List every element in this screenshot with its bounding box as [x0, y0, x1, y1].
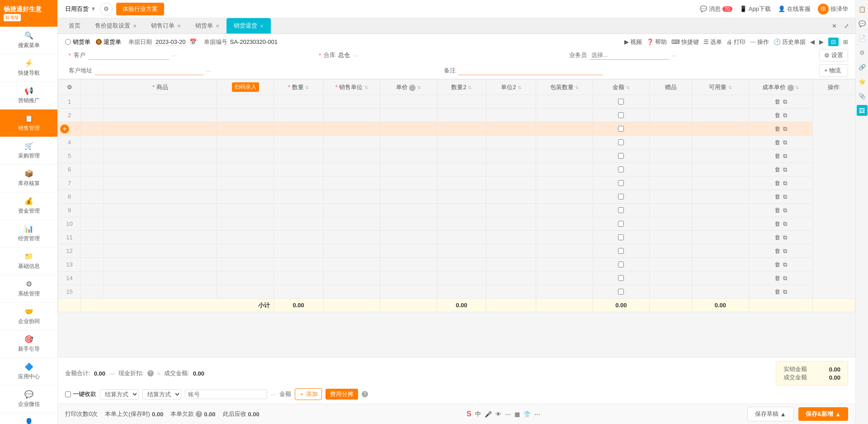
gift-cell-4[interactable]	[593, 136, 649, 149]
tab-close-4[interactable]: ✕	[260, 24, 264, 29]
tab-0[interactable]: 首页	[61, 18, 88, 33]
unit-cell-2[interactable]	[274, 109, 323, 122]
add-button[interactable]: ＋ 添加	[295, 388, 322, 400]
product-cell-15[interactable]	[81, 285, 104, 299]
tab-close-3[interactable]: ✕	[216, 24, 219, 29]
list-view-btn[interactable]: ⊞	[843, 38, 848, 45]
logistics-button[interactable]: + 物流	[819, 64, 848, 77]
panel-btn-3[interactable]: 📄	[857, 33, 868, 43]
notification-item[interactable]: 💬 消息 70	[700, 5, 732, 13]
delete-icon-15[interactable]: 🗑	[774, 288, 780, 295]
account-dots[interactable]: ···	[271, 391, 276, 398]
unit-cell-6[interactable]	[274, 163, 323, 176]
product-input-1[interactable]	[83, 98, 101, 105]
history-btn[interactable]: 🕐 历史单据	[774, 38, 806, 46]
gift-checkbox-3[interactable]	[618, 126, 624, 132]
product-input-8[interactable]	[83, 193, 101, 200]
module-selector[interactable]: 日用百货 ▼	[65, 5, 96, 13]
date-value[interactable]: 2023-03-20	[155, 38, 187, 46]
gift-cell-1[interactable]	[593, 95, 649, 109]
unit2-cell-9[interactable]	[437, 204, 486, 217]
product-input-7[interactable]	[83, 180, 101, 186]
pack-sort-icon[interactable]: ⇅	[575, 85, 579, 90]
price-cell-1[interactable]	[323, 95, 380, 109]
delete-icon-13[interactable]: 🗑	[774, 261, 780, 268]
sidebar-item-11[interactable]: 🎯新手引导	[0, 330, 57, 358]
sidebar-item-13[interactable]: 💬企业微信	[0, 386, 57, 413]
unit2-cell-14[interactable]	[437, 272, 486, 285]
qty-cell-3[interactable]	[217, 122, 274, 136]
gift-checkbox-9[interactable]	[618, 207, 624, 213]
unit2-cell-11[interactable]	[437, 231, 486, 244]
price-cell-13[interactable]	[323, 258, 380, 272]
remark-input[interactable]	[458, 66, 603, 75]
panel-btn-4[interactable]: ⚙	[857, 47, 868, 58]
sidebar-item-4[interactable]: 🛒采购管理	[0, 137, 57, 165]
operation-btn[interactable]: ⋯ 操作	[750, 38, 769, 46]
gift-cell-2[interactable]	[593, 109, 649, 122]
debt-info-icon[interactable]: ?	[196, 411, 202, 417]
pack-cell-5[interactable]	[486, 149, 536, 163]
unit2-cell-6[interactable]	[437, 163, 486, 176]
sidebar-item-7[interactable]: 📊经营管理	[0, 220, 57, 248]
price-cell-7[interactable]	[323, 176, 380, 190]
one-click-checkbox[interactable]	[65, 391, 71, 397]
amount-cell-12[interactable]	[536, 244, 593, 258]
gift-cell-10[interactable]	[593, 217, 649, 231]
warehouse-picker[interactable]: ···	[353, 52, 358, 59]
tab-3[interactable]: 销货单✕	[188, 18, 226, 33]
qty2-cell-12[interactable]	[380, 244, 437, 258]
pack-cell-1[interactable]	[486, 95, 536, 109]
panel-btn-5[interactable]: 🔗	[857, 62, 868, 72]
product-cell-14[interactable]	[81, 272, 104, 285]
delete-icon-7[interactable]: 🗑	[774, 180, 780, 186]
qty-cell-1[interactable]	[217, 95, 274, 109]
pack-cell-13[interactable]	[486, 258, 536, 272]
panel-btn-2[interactable]: 💬	[857, 18, 868, 29]
pack-cell-11[interactable]	[486, 231, 536, 244]
amount-sort-icon[interactable]: ⇅	[626, 85, 630, 90]
qty-cell-2[interactable]	[217, 109, 274, 122]
salesperson-input[interactable]	[590, 51, 669, 60]
copy-icon-15[interactable]: ⧉	[783, 288, 787, 295]
unit-sort-icon[interactable]: ⇅	[364, 85, 368, 90]
qty2-cell-8[interactable]	[380, 190, 437, 204]
product-cell-10[interactable]	[81, 217, 104, 231]
copy-icon-4[interactable]: ⧉	[783, 139, 787, 146]
product-cell-5[interactable]	[81, 149, 104, 163]
unit-cell-7[interactable]	[274, 176, 323, 190]
copy-icon-11[interactable]: ⧉	[783, 234, 787, 241]
qty-cell-10[interactable]	[217, 217, 274, 231]
copy-icon-5[interactable]: ⧉	[783, 152, 787, 160]
gift-cell-3[interactable]	[593, 122, 649, 136]
product-cell-8[interactable]	[81, 190, 104, 204]
delete-icon-14[interactable]: 🗑	[774, 275, 780, 281]
price-cell-3[interactable]	[323, 122, 380, 136]
product-input-15[interactable]	[83, 288, 101, 295]
amount-cell-2[interactable]	[536, 109, 593, 122]
unit2-cell-3[interactable]	[437, 122, 486, 136]
salesperson-picker[interactable]: ···	[672, 52, 677, 59]
tab-4[interactable]: 销货退货✕	[226, 18, 271, 33]
tab-2[interactable]: 销售订单✕	[144, 18, 188, 33]
unit-cell-3[interactable]	[274, 122, 323, 136]
tab-1[interactable]: 售价提取设置✕	[88, 18, 144, 33]
settings-side-button[interactable]: ⚙ 设置	[819, 49, 848, 62]
qty-cell-15[interactable]	[217, 285, 274, 299]
amount-cell-11[interactable]	[536, 231, 593, 244]
return-radio[interactable]: 退货单	[96, 38, 121, 46]
unit2-cell-12[interactable]	[437, 244, 486, 258]
unit-cell-14[interactable]	[274, 272, 323, 285]
sidebar-item-3[interactable]: 📋销售管理	[0, 110, 57, 137]
unit-cell-4[interactable]	[274, 136, 323, 149]
price-cell-12[interactable]	[323, 244, 380, 258]
price-cell-2[interactable]	[323, 109, 380, 122]
product-input-4[interactable]	[83, 139, 101, 146]
pack-cell-2[interactable]	[486, 109, 536, 122]
unit2-cell-1[interactable]	[437, 95, 486, 109]
gift-checkbox-4[interactable]	[618, 139, 624, 145]
qty2-cell-6[interactable]	[380, 163, 437, 176]
copy-icon-13[interactable]: ⧉	[783, 261, 787, 268]
price-cell-9[interactable]	[323, 204, 380, 217]
price-cell-11[interactable]	[323, 231, 380, 244]
